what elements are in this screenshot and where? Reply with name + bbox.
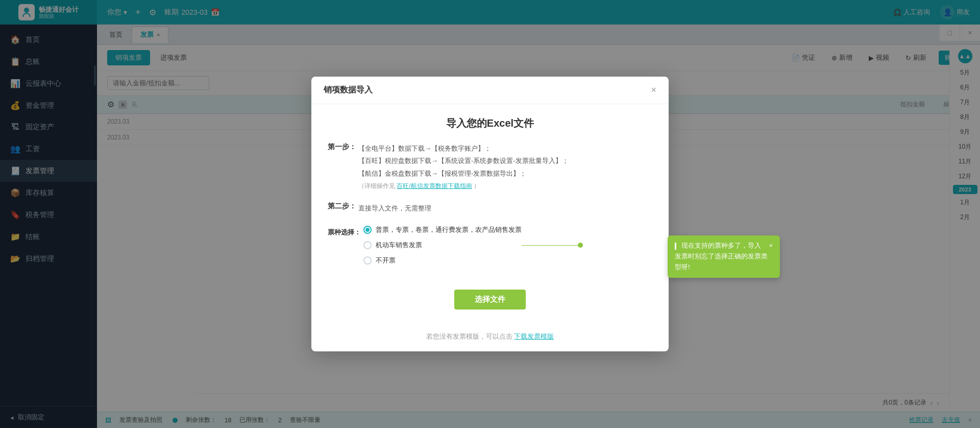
step2-text: 直接导入文件，无需整理	[358, 202, 431, 215]
radio-normal-btn[interactable]	[363, 226, 372, 234]
ticket-selection: 票种选择： 普票，专票，卷票，通行费发票，农产品销售发票 机动车销售发票	[328, 225, 652, 279]
radio-group: 普票，专票，卷票，通行费发票，农产品销售发票 机动车销售发票 不开票	[363, 225, 522, 271]
step-1: 第一步： 【全电平台】数据下载→【税务数字账户】； 【百旺】税控盘数据下载→【系…	[328, 142, 652, 192]
modal-dialog: 销项数据导入 × 导入您的Excel文件 第一步： 【全电平台】数据下载→【税务…	[311, 77, 669, 352]
select-file-btn[interactable]: 选择文件	[454, 290, 526, 310]
step1-content: 第一步： 【全电平台】数据下载→【税务数字账户】； 【百旺】税控盘数据下载→【系…	[328, 142, 652, 192]
radio-option-normal[interactable]: 普票，专票，卷票，通行费发票，农产品销售发票	[363, 225, 522, 234]
tooltip-close-btn[interactable]: ×	[769, 241, 773, 251]
modal-footer: 若您没有发票模版，可以点击 下载发票模版	[311, 332, 669, 351]
radio-motor-btn[interactable]	[363, 241, 372, 249]
radio-option-none[interactable]: 不开票	[363, 256, 522, 265]
step1-lines: 【全电平台】数据下载→【税务数字账户】； 【百旺】税控盘数据下载→【系统设置-系…	[358, 142, 569, 192]
modal-close-btn[interactable]: ×	[651, 85, 656, 96]
radio-motor-label: 机动车销售发票	[376, 241, 422, 250]
modal-main-title: 导入您的Excel文件	[328, 116, 652, 130]
step1-link-line: （详细操作见 百旺/航信发票数据下载指南 ）	[358, 180, 569, 192]
tooltip-line	[522, 245, 578, 246]
radio-normal-label: 普票，专票，卷票，通行费发票，农产品销售发票	[376, 225, 522, 234]
tooltip-dot	[578, 243, 583, 248]
step1-line1: 【全电平台】数据下载→【税务数字账户】；	[358, 142, 569, 155]
select-file-area: 选择文件	[328, 290, 652, 310]
step1-line2: 【百旺】税控盘数据下载→【系统设置-系统参数设置-发票批量导入】；	[358, 155, 569, 168]
radio-none-label: 不开票	[376, 256, 396, 265]
tooltip-bar-icon	[675, 243, 676, 250]
ticket-select-label: 票种选择：	[328, 225, 363, 240]
modal-body: 导入您的Excel文件 第一步： 【全电平台】数据下载→【税务数字账户】； 【百…	[311, 104, 669, 332]
footer-text: 若您没有发票模版，可以点击	[426, 332, 512, 340]
step1-line3: 【航信】金税盘数据下载→【报税管理-发票数据导出】；	[358, 168, 569, 180]
step2-label: 第二步：	[328, 202, 358, 215]
ticket-select-row: 票种选择： 普票，专票，卷票，通行费发票，农产品销售发票 机动车销售发票	[328, 225, 652, 279]
modal-title: 销项数据导入	[324, 85, 373, 96]
step2-content: 第二步： 直接导入文件，无需整理	[328, 202, 652, 215]
step-2: 第二步： 直接导入文件，无需整理	[328, 202, 652, 215]
tooltip-bubble: × 现在支持的票种多了，导入发票时别忘了选择正确的发票类型呀!	[668, 235, 780, 277]
radio-none-btn[interactable]	[363, 256, 372, 265]
step1-label: 第一步：	[328, 142, 358, 192]
download-template-link[interactable]: 下载发票模版	[514, 332, 554, 340]
modal-overlay: 销项数据导入 × 导入您的Excel文件 第一步： 【全电平台】数据下载→【税务…	[0, 0, 980, 428]
download-guide-link[interactable]: 百旺/航信发票数据下载指南	[397, 182, 472, 189]
tooltip-text: 现在支持的票种多了，导入发票时别忘了选择正确的发票类型呀!	[675, 242, 768, 271]
radio-option-motor[interactable]: 机动车销售发票	[363, 241, 522, 250]
modal-header: 销项数据导入 ×	[311, 77, 669, 104]
